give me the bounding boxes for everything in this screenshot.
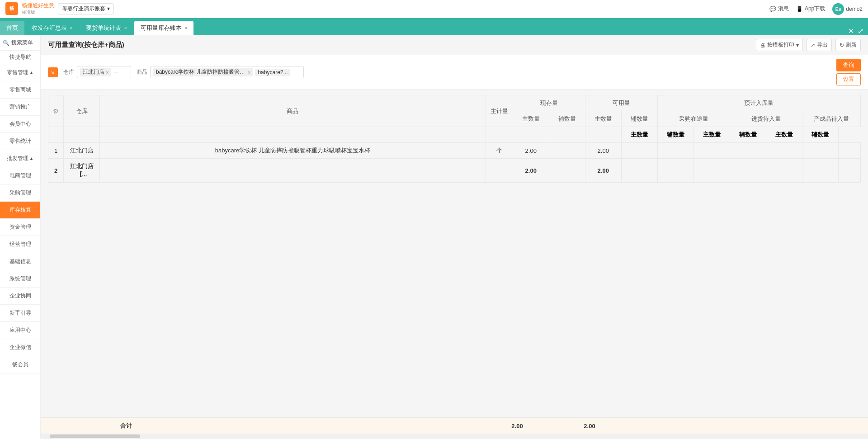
sidebar-item-retail-stats[interactable]: 零售统计 <box>0 133 40 150</box>
sidebar-item-retail-mgmt[interactable]: 零售管理 ▲ <box>0 64 40 81</box>
row2-fp-aux <box>838 159 860 183</box>
sidebar-item-enterprise[interactable]: 企业协同 <box>0 288 40 305</box>
sidebar-item-vip[interactable]: 畅会员 <box>0 356 40 373</box>
product-tag-1: babycare学饮杯 儿童防摔防撞吸管杯重力球吸嘴杯宝宝水杯 × <box>153 68 253 76</box>
query-btn[interactable]: 查询 <box>836 59 861 71</box>
page-actions: 🖨 按模板打印 ▾ ↗ 导出 ↻ 刷新 <box>756 39 861 51</box>
sidebar-item-operations[interactable]: 经营管理 <box>0 236 40 253</box>
close-all-icon[interactable]: ✕ <box>848 27 854 35</box>
warehouse-filter: 仓库 江北门店 × ··· <box>63 66 131 78</box>
sidebar-item-marketing[interactable]: 营销推广 <box>0 99 40 116</box>
row1-pt-aux <box>693 143 730 159</box>
col-purchase-transit-main: 主数量 <box>621 127 657 143</box>
row1-seq: 1 <box>48 143 64 159</box>
tab-home[interactable]: 首页 <box>0 21 24 35</box>
col-incoming-header: 预计入库量 <box>657 95 860 111</box>
remove-product-tag-1[interactable]: × <box>248 70 250 75</box>
app-download-btn[interactable]: 📱 App下载 <box>796 5 825 13</box>
tab-receive-label: 收发存汇总表 <box>32 24 67 32</box>
export-btn[interactable]: ↗ 导出 <box>807 39 832 51</box>
sidebar-item-wholesale[interactable]: 批发管理 ▲ <box>0 150 40 167</box>
main-layout: 🔍 搜索菜单 快捷导航 零售管理 ▲ 零售商城 营销推广 会员中心 零售统计 批… <box>0 35 868 439</box>
industry-select[interactable]: 母婴行业演示账套 ▾ <box>58 3 114 14</box>
sidebar-quick-nav[interactable]: 快捷导航 <box>0 51 40 64</box>
logo-icon: 畅 <box>5 2 18 15</box>
row2-pt-aux <box>693 159 730 183</box>
table-area: ⚙ 仓库 商品 主计量 现存量 可用量 预计入库量 主数量 辅数量 主数量 辅数… <box>41 90 868 417</box>
page-title: 可用量查询(按仓库+商品) <box>48 41 124 49</box>
phone-icon: 📱 <box>796 6 803 12</box>
scrollbar-thumb[interactable] <box>50 434 140 438</box>
col-sub-blank2 <box>64 127 100 143</box>
sidebar-item-retail-mall[interactable]: 零售商城 <box>0 81 40 99</box>
col-finished-aux: 辅数量 <box>802 127 838 143</box>
product-filter: 商品 babycare学饮杯 儿童防摔防撞吸管杯重力球吸嘴杯宝宝水杯 × bab… <box>137 66 304 78</box>
more-dots[interactable]: ··· <box>113 69 118 76</box>
user-info[interactable]: Ea demo2 <box>832 3 863 15</box>
sidebar-item-inventory[interactable]: 库存核算 <box>0 202 40 219</box>
close-icon[interactable]: × <box>70 25 72 31</box>
footer-pp-aux <box>752 423 788 430</box>
tab-home-label: 首页 <box>6 24 18 32</box>
sidebar-search[interactable]: 🔍 搜索菜单 <box>0 35 40 51</box>
close-icon[interactable]: × <box>124 25 127 31</box>
col-purchase-pending-header: 进货待入量 <box>730 111 802 127</box>
sidebar-item-app-center[interactable]: 应用中心 <box>0 322 40 339</box>
row2-product <box>100 159 486 183</box>
footer-pp-main <box>716 423 752 430</box>
col-sub-blank7 <box>585 127 621 143</box>
sidebar: 🔍 搜索菜单 快捷导航 零售管理 ▲ 零售商城 营销推广 会员中心 零售统计 批… <box>0 35 41 439</box>
sidebar-item-ecommerce[interactable]: 电商管理 <box>0 167 40 184</box>
sidebar-item-basic-info[interactable]: 基础信息 <box>0 253 40 270</box>
horizontal-scrollbar[interactable] <box>41 434 868 439</box>
row1-fp-aux <box>838 143 860 159</box>
warehouse-input[interactable]: 江北门店 × ··· <box>77 66 131 78</box>
sidebar-item-newbie[interactable]: 新手引导 <box>0 305 40 322</box>
product-input[interactable]: babycare学饮杯 儿童防摔防撞吸管杯重力球吸嘴杯宝宝水杯 × babyca… <box>150 66 304 78</box>
nav-tabs: 首页 收发存汇总表 × 要货单统计表 × 可用量库存账本 × ✕ ⤢ <box>0 18 868 35</box>
filter-expand-btn[interactable]: » <box>48 67 58 77</box>
chevron-icon: ▲ <box>29 70 34 75</box>
row2-avail-aux <box>621 159 657 183</box>
sidebar-item-member[interactable]: 会员中心 <box>0 116 40 133</box>
brand-info: 畅捷通好生意 标准版 <box>22 2 54 15</box>
tab-order-stats[interactable]: 要货单统计表 × <box>80 21 133 35</box>
top-bar-right: 💬 消息 📱 App下载 Ea demo2 <box>769 3 863 15</box>
refresh-btn[interactable]: ↻ 刷新 <box>835 39 861 51</box>
sidebar-item-wechat-biz[interactable]: 企业微信 <box>0 339 40 356</box>
col-finished-main: 主数量 <box>766 127 802 143</box>
col-sub-blank5 <box>513 127 549 143</box>
close-icon[interactable]: × <box>184 25 187 31</box>
product-tag-2: babycare?... <box>255 69 290 76</box>
tab-available-stock[interactable]: 可用量库存账本 × <box>134 21 193 35</box>
printer-icon: 🖨 <box>760 42 765 48</box>
search-icon: 🔍 <box>3 40 9 46</box>
col-purchase-transit-aux: 辅数量 <box>657 127 693 143</box>
message-btn[interactable]: 💬 消息 <box>769 5 789 13</box>
footer-avail-main: 2.00 <box>571 423 608 430</box>
expand-icon[interactable]: ⤢ <box>858 27 863 35</box>
avatar: Ea <box>832 3 844 15</box>
gear-icon[interactable]: ⚙ <box>53 108 59 115</box>
settings-btn[interactable]: 设置 <box>836 73 861 85</box>
footer-fp-aux <box>825 423 861 430</box>
remove-warehouse-tag[interactable]: × <box>106 70 108 75</box>
col-unit-header: 主计量 <box>486 95 513 127</box>
template-print-btn[interactable]: 🖨 按模板打印 ▾ <box>756 39 803 51</box>
col-sub-blank4 <box>486 127 513 143</box>
brand-name: 畅捷通好生意 <box>22 2 54 9</box>
col-avail-aux-header: 辅数量 <box>621 111 657 127</box>
sidebar-item-purchase[interactable]: 采购管理 <box>0 184 40 202</box>
sidebar-item-finance[interactable]: 资金管理 <box>0 219 40 236</box>
sidebar-item-system[interactable]: 系统管理 <box>0 270 40 288</box>
warehouse-label: 仓库 <box>63 68 74 76</box>
row2-warehouse: 江北门店【... <box>64 159 100 183</box>
top-bar-left: 畅 畅捷通好生意 标准版 母婴行业演示账套 ▾ <box>5 2 114 15</box>
row1-avail-main: 2.00 <box>585 143 621 159</box>
chevron-down-icon: ▾ <box>796 42 799 48</box>
filter-actions: 查询 设置 <box>836 59 861 85</box>
tab-receive-summary[interactable]: 收发存汇总表 × <box>25 21 79 35</box>
col-purchase-pending-main: 主数量 <box>693 127 730 143</box>
refresh-icon: ↻ <box>840 42 844 48</box>
footer-avail-aux <box>608 423 644 430</box>
